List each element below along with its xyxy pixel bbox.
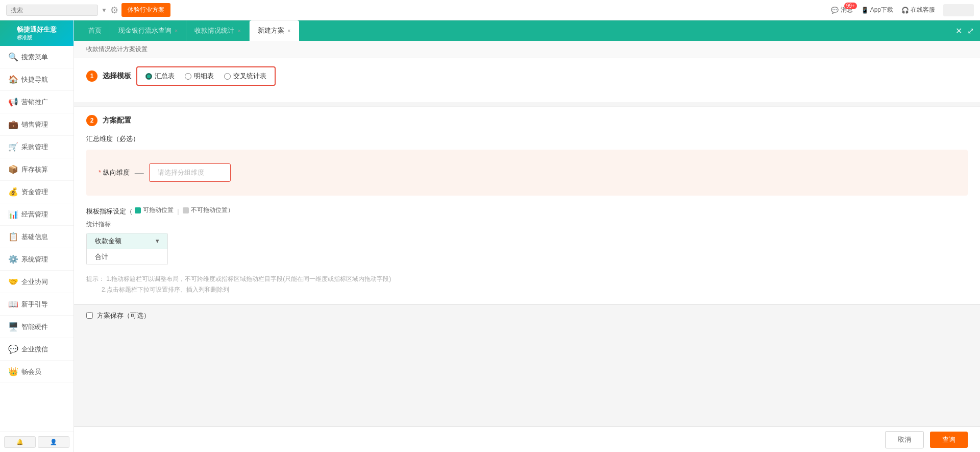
sidebar-item-marketing[interactable]: 📢 营销推广	[0, 91, 74, 113]
top-header: ▼ ⚙ 体验行业方案 💬 消息 99+ 📱 App下载 🎧 在线客服	[0, 0, 980, 20]
radio-summary-input[interactable]	[145, 73, 152, 80]
tip1-text: 1.拖动标题栏可以调整布局，不可跨维度或指标区域拖动栏目字段(只能在同一维度或指…	[106, 275, 391, 282]
draggable-label: 可拖动位置	[143, 206, 174, 215]
step2-number: 2	[86, 115, 97, 126]
sidebar-item-enterprise[interactable]: 🤝 企业协同	[0, 271, 74, 293]
stats-dropdown-icon[interactable]: ▾	[156, 237, 159, 245]
enterprise-icon: 🤝	[8, 277, 17, 287]
sidebar-item-finance[interactable]: 💰 资金管理	[0, 181, 74, 203]
search-input[interactable]	[6, 5, 98, 16]
sidebar-item-wechat[interactable]: 💬 企业微信	[0, 338, 74, 361]
tip2: 2.点击标题栏下拉可设置排序、插入列和删除列	[86, 286, 968, 294]
tab-new-plan-close[interactable]: ×	[287, 28, 290, 34]
query-button[interactable]: 查询	[930, 432, 968, 448]
purchase-icon: 🛒	[8, 142, 17, 152]
tip-prefix: 提示： 1.拖动标题栏可以调整布局，不可跨维度或指标区域拖动栏目字段(只能在同一…	[86, 275, 968, 283]
sidebar-item-management[interactable]: 📊 经营管理	[0, 203, 74, 226]
app-download-link[interactable]: 📱 App下载	[861, 6, 893, 14]
tab-collection-stats[interactable]: 收款情况统计 ×	[186, 20, 249, 41]
dimension-select-placeholder: 请选择分组维度	[158, 169, 204, 176]
radio-cross-input[interactable]	[224, 73, 231, 80]
inventory-icon: 📦	[8, 164, 17, 174]
dimension-select[interactable]: 请选择分组维度	[149, 163, 231, 182]
sidebar-item-nav[interactable]: 🏠 快捷导航	[0, 68, 74, 91]
sidebar-label-finance: 资金管理	[21, 187, 48, 197]
sidebar-item-purchase[interactable]: 🛒 采购管理	[0, 136, 74, 158]
step1-number: 1	[86, 70, 97, 82]
radio-cross[interactable]: 交叉统计表	[224, 72, 266, 81]
sidebar-label-sales: 销售管理	[21, 120, 48, 129]
step2-title: 方案配置	[103, 116, 131, 125]
sidebar-item-search[interactable]: 🔍 搜索菜单	[0, 46, 74, 68]
draggable-badge: 可拖动位置	[135, 206, 174, 215]
wechat-icon: 💬	[8, 344, 17, 354]
home-icon: 🏠	[8, 75, 17, 84]
tip-prefix-label: 提示：	[86, 275, 105, 282]
tab-bank-flow-close[interactable]: ×	[175, 28, 178, 34]
management-icon: 📊	[8, 209, 17, 219]
dimension-required-star: * 纵向维度	[99, 168, 130, 177]
search-menu-icon: 🔍	[8, 52, 17, 62]
save-checkbox[interactable]	[86, 312, 93, 319]
sidebar-item-hardware[interactable]: 🖥️ 智能硬件	[0, 316, 74, 338]
sidebar-item-guide[interactable]: 📖 新手引导	[0, 293, 74, 316]
cancel-button[interactable]: 取消	[885, 431, 924, 448]
sidebar-item-basic-info[interactable]: 📋 基础信息	[0, 226, 74, 248]
radio-detail-label: 明细表	[194, 72, 214, 81]
sidebar-label-system: 系统管理	[21, 255, 48, 264]
notification-area[interactable]: 💬 消息 99+	[831, 6, 853, 14]
sidebar-item-inventory[interactable]: 📦 库存核算	[0, 158, 74, 181]
trial-button[interactable]: 体验行业方案	[121, 3, 170, 17]
radio-summary[interactable]: 汇总表	[145, 72, 175, 81]
tab-bank-flow-label: 现金银行流水查询	[118, 26, 172, 35]
search-dropdown-icon[interactable]: ▼	[101, 7, 107, 14]
stats-table: 收款金额 ▾ 合计	[86, 233, 168, 265]
tab-bar: 首页 现金银行流水查询 × 收款情况统计 × 新建方案 × ✕ ⤢	[74, 20, 980, 41]
main-layout: 畅捷通好生意 标准版 🔍 搜索菜单 🏠 快捷导航 📢 营销推广 💼 销售管理 🛒…	[0, 20, 980, 452]
step2-section: 2 方案配置 汇总维度（必选） * 纵向维度 — 请选择分组维度	[74, 106, 980, 304]
online-support-link[interactable]: 🎧 在线客服	[901, 6, 935, 14]
sidebar-logo: 畅捷通好生意 标准版	[0, 20, 74, 46]
step1-section: 1 选择模板 汇总表 明细表 交叉统计表	[74, 58, 980, 102]
vertical-dimension-label: 纵向维度	[103, 169, 130, 176]
settings-icon[interactable]: ⚙	[110, 5, 118, 16]
sidebar-label-wechat: 企业微信	[21, 345, 48, 354]
tab-bank-flow[interactable]: 现金银行流水查询 ×	[110, 20, 186, 41]
member-icon: 👑	[8, 367, 17, 376]
divider1	[74, 102, 980, 106]
header-right: 💬 消息 99+ 📱 App下载 🎧 在线客服	[831, 4, 974, 16]
stats-header-text: 收款金额	[95, 236, 121, 246]
tab-home[interactable]: 首页	[80, 20, 110, 41]
system-icon: ⚙️	[8, 254, 17, 264]
sidebar-label-nav: 快捷导航	[21, 75, 48, 84]
stats-label: 统计指标	[86, 220, 968, 229]
close-all-icon[interactable]: ✕	[955, 26, 962, 36]
radio-detail-input[interactable]	[185, 73, 191, 80]
tab-collection-close[interactable]: ×	[237, 28, 240, 34]
stats-header[interactable]: 收款金额 ▾	[87, 233, 167, 249]
message-icon: 💬	[831, 7, 839, 14]
sidebar-item-member[interactable]: 👑 畅会员	[0, 361, 74, 383]
user-avatar[interactable]	[943, 4, 974, 16]
sidebar-btn-2[interactable]: 👤	[38, 436, 69, 448]
sidebar-item-system[interactable]: ⚙️ 系统管理	[0, 248, 74, 271]
maximize-icon[interactable]: ⤢	[967, 26, 974, 36]
stats-total-label: 合计	[95, 253, 108, 260]
breadcrumb: 收款情况统计方案设置	[74, 41, 980, 58]
save-checkbox-label[interactable]: 方案保存（可选）	[97, 311, 150, 320]
sidebar-label-member: 畅会员	[21, 367, 41, 376]
sidebar-item-sales[interactable]: 💼 销售管理	[0, 113, 74, 136]
dimension-subsection-title: 汇总维度（必选）	[86, 134, 968, 144]
basic-info-icon: 📋	[8, 232, 17, 242]
marketing-icon: 📢	[8, 97, 17, 107]
radio-detail[interactable]: 明细表	[185, 72, 214, 81]
sidebar-footer: 🔔 👤	[0, 432, 74, 452]
tab-new-plan[interactable]: 新建方案 ×	[250, 20, 299, 41]
support-icon: 🎧	[901, 7, 909, 14]
download-icon: 📱	[861, 7, 869, 14]
sidebar-label-hardware: 智能硬件	[21, 322, 48, 331]
sidebar-btn-1[interactable]: 🔔	[4, 436, 36, 448]
sidebar-label-basic-info: 基础信息	[21, 232, 48, 242]
stats-row-total: 合计	[87, 249, 167, 265]
sidebar-label-enterprise: 企业协同	[21, 277, 48, 287]
